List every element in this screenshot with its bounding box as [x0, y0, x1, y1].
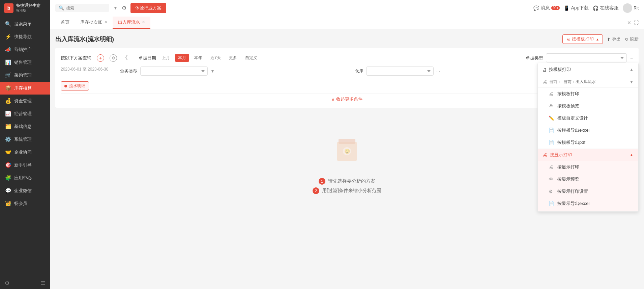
dropdown-title-text: 按模板打印: [549, 67, 571, 73]
sidebar-item-member[interactable]: 👑 畅会员: [0, 197, 50, 210]
collapse-menu-icon[interactable]: ☰: [40, 280, 45, 286]
close-window-button[interactable]: ✕: [627, 20, 631, 25]
refresh-button[interactable]: ↻ 刷新: [625, 36, 639, 42]
date-shortcut-7days[interactable]: 近7天: [207, 54, 224, 62]
business-type-select[interactable]: [140, 67, 208, 76]
settings-icon[interactable]: ⚙: [5, 280, 9, 286]
sidebar-item-newbie[interactable]: 🎯 新手引导: [0, 159, 50, 172]
filter-row-1: 按以下方案查询 + ⚙ 《 单据日期 上月 本月 本年 近7天 更多 自定义: [61, 53, 633, 62]
app-download-button[interactable]: 📱 App下载: [564, 5, 589, 11]
dropdown-item-display-preview[interactable]: 👁 按显示预览: [538, 173, 638, 185]
template-print-arrow[interactable]: ▲: [596, 37, 599, 41]
type-filter-more-icon[interactable]: ···: [630, 55, 633, 60]
sidebar-item-marketing[interactable]: 📣 营销推广: [0, 43, 50, 56]
filter-settings-button[interactable]: ⚙: [110, 54, 117, 62]
warehouse-select[interactable]: [366, 67, 434, 76]
display-print-header-left: 🖨 按显示打印: [543, 152, 572, 158]
avatar: [623, 3, 632, 13]
warehouse-more-icon[interactable]: ···: [436, 69, 440, 74]
dropdown-display-print-header[interactable]: 🖨 按显示打印 ▲: [538, 149, 638, 161]
sidebar-item-system[interactable]: ⚙️ 系统管理: [0, 133, 50, 146]
dropdown-title: 🖨 按模板打印: [543, 67, 571, 73]
sidebar-item-wecom[interactable]: 💬 企业微信: [0, 184, 50, 197]
tab-bar: 首页 库存批次账 ✕ 出入库流水 ✕ ✕ ⛶: [50, 16, 644, 29]
chevron-up-icon: ∧: [331, 97, 335, 102]
tab-flow-close[interactable]: ✕: [142, 20, 145, 24]
sidebar-item-sales[interactable]: 📊 销售管理: [0, 56, 50, 69]
dropdown-item-display-settings[interactable]: ⚙ 按显示打印设置: [538, 185, 638, 198]
sidebar-item-label: 畅会员: [14, 201, 27, 207]
sidebar-logo: b 畅捷通好生意 标准版: [0, 0, 50, 16]
base-icon: 🗂️: [5, 124, 11, 130]
business-type-label: 业务类型: [120, 68, 138, 74]
sidebar-item-search[interactable]: 🔍 搜索菜单: [0, 18, 50, 30]
display-eye-icon: 👁: [549, 177, 554, 182]
tab-flow[interactable]: 出入库流水 ✕: [113, 17, 150, 29]
date-shortcut-thisyear[interactable]: 本年: [191, 54, 205, 62]
filter-add-button[interactable]: +: [97, 54, 104, 62]
enterprise-icon: 🤝: [5, 149, 11, 155]
type-filter-select[interactable]: [546, 53, 627, 62]
sidebar-item-finance[interactable]: 💰 资金管理: [0, 95, 50, 107]
online-service-button[interactable]: 🎧 在线客服: [593, 5, 619, 11]
template-print-button[interactable]: 🖨 按模板打印 ▲: [562, 34, 603, 44]
filter-collapse-button[interactable]: 《: [122, 54, 128, 61]
newbie-icon: 🎯: [5, 162, 11, 168]
export-button[interactable]: ⬆ 导出: [607, 36, 621, 42]
dropdown-item-display-pdf[interactable]: 📄 按显示导出pdf: [538, 210, 638, 211]
display-printer-icon: 🖨: [549, 164, 554, 170]
tab-home-label: 首页: [61, 19, 69, 25]
tab-batch-close[interactable]: ✕: [104, 20, 107, 24]
eye-icon-item: 👁: [549, 103, 554, 109]
sidebar-item-purchase[interactable]: 🛒 采购管理: [0, 69, 50, 82]
current-icon: 🖨: [543, 79, 547, 85]
date-shortcut-lastmonth[interactable]: 上月: [159, 54, 173, 62]
date-shortcut-more[interactable]: 更多: [226, 54, 240, 62]
headset-icon: 🎧: [593, 5, 598, 11]
topbar-gear-icon[interactable]: ⚙: [122, 5, 126, 11]
display-print-header-icon: 🖨: [543, 152, 547, 158]
appstore-icon: 🧩: [5, 175, 11, 181]
sidebar-item-appstore[interactable]: 🧩 应用中心: [0, 172, 50, 184]
username-label: Rit: [634, 6, 639, 10]
search-input[interactable]: [66, 6, 100, 10]
business-type-section: 业务类型 ▼: [120, 67, 349, 76]
sidebar-menu: 🔍 搜索菜单 ⚡ 快捷导航 📣 营销推广 📊 销售管理 🛒 采购管理 📦 库存核…: [0, 16, 50, 277]
message-button[interactable]: 💬 消息 99+: [533, 5, 560, 11]
dropdown-item-template-preview[interactable]: 👁 按模板预览: [538, 100, 638, 112]
dropdown-item-display-print[interactable]: 🖨 按显示打印: [538, 161, 638, 173]
sidebar-item-quicknav[interactable]: ⚡ 快捷导航: [0, 30, 50, 43]
sidebar-item-label: 采购管理: [14, 72, 32, 78]
user-avatar-area[interactable]: Rit: [623, 3, 639, 13]
dropdown-item-template-excel[interactable]: 📄 按模板导出excel: [538, 124, 638, 136]
date-shortcut-thismonth[interactable]: 本月: [175, 54, 189, 62]
sidebar-item-inventory[interactable]: 📦 库存核算: [0, 82, 50, 95]
dropdown-item-template-customize[interactable]: ✏️ 模板自定义设计: [538, 112, 638, 124]
sidebar-item-operations[interactable]: 📈 经营管理: [0, 107, 50, 120]
maximize-window-button[interactable]: ⛶: [634, 20, 639, 25]
tab-batch-label: 库存批次账: [80, 19, 102, 25]
sidebar-item-label: 库存核算: [14, 85, 32, 91]
current-arrow[interactable]: ▼: [630, 80, 634, 84]
tab-home[interactable]: 首页: [55, 17, 75, 29]
dropdown-item-display-settings-label: 按显示打印设置: [557, 188, 588, 194]
sidebar-item-enterprise[interactable]: 🤝 企业协同: [0, 146, 50, 159]
main-content: 🔍 ▼ ⚙ 体验行业方案 💬 消息 99+ 📱 App下载 🎧 在线客服 Rit: [50, 0, 644, 289]
industry-solution-button[interactable]: 体验行业方案: [130, 3, 166, 13]
dropdown-item-template-print[interactable]: 🖨 按模板打印: [538, 88, 638, 100]
svg-rect-1: [339, 139, 355, 144]
business-type-dropdown-icon[interactable]: ▼: [210, 69, 215, 74]
dropdown-item-template-preview-label: 按模板预览: [557, 103, 579, 109]
sidebar-item-label: 搜索菜单: [14, 21, 32, 27]
tab-batch[interactable]: 库存批次账 ✕: [75, 17, 113, 29]
printer-icon-item: 🖨: [549, 91, 554, 97]
dropdown-header-arrow[interactable]: ▲: [630, 67, 634, 72]
dropdown-item-display-excel[interactable]: 📄 按显示导出excel: [538, 198, 638, 210]
topbar-dropdown-arrow[interactable]: ▼: [113, 5, 118, 10]
date-shortcut-custom[interactable]: 自定义: [242, 54, 260, 62]
dropdown-item-display-excel-label: 按显示导出excel: [557, 201, 589, 207]
display-print-header-arrow[interactable]: ▲: [630, 153, 634, 157]
dropdown-item-template-pdf[interactable]: 📄 按模板导出pdf: [538, 136, 638, 149]
sidebar-item-base[interactable]: 🗂️ 基础信息: [0, 120, 50, 133]
collapse-more-button[interactable]: ∧ 收起更多条件: [331, 96, 362, 102]
